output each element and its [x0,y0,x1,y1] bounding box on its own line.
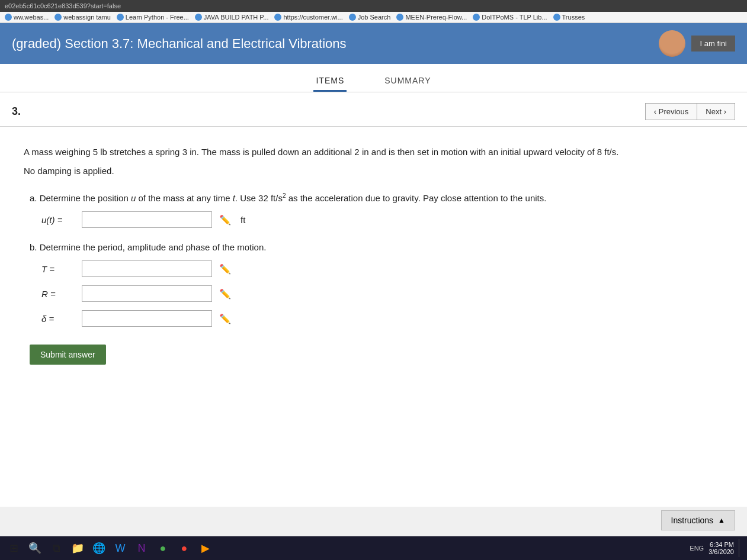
tab-items[interactable]: ITEMS [313,71,347,92]
delta-input-row: δ = ✏️ [41,310,723,327]
problem-line-2: No damping is applied. [24,163,723,179]
part-a: a. Determine the position u of the mass … [24,192,723,228]
bookmark-python[interactable]: Learn Python - Free... [117,14,189,21]
part-b: b. Determine the period, amplitude and p… [24,242,723,327]
bookmark-customer[interactable]: https://customer.wi... [274,14,342,21]
tabs-bar: ITEMS SUMMARY [0,64,747,92]
question-header: 3. ‹ Previous Next › [0,92,747,127]
part-a-input-row: u(t) = ✏️ ft [41,211,723,228]
T-answer-input[interactable] [82,260,212,277]
bookmark-label: https://customer.wi... [283,14,342,21]
tab-summary[interactable]: SUMMARY [382,71,433,92]
bookmark-webassign[interactable]: webassign tamu [54,14,111,21]
finish-button[interactable]: I am fini [691,36,735,52]
bookmark-icon-doitpoms [473,14,480,21]
bookmark-icon-customer [274,14,281,21]
header-right: I am fini [659,30,735,57]
bookmark-trusses[interactable]: Trusses [553,14,585,21]
next-button[interactable]: Next › [697,103,735,120]
bookmark-label: webassign tamu [63,14,111,21]
T-pencil-button[interactable]: ✏️ [217,262,233,276]
bookmark-job[interactable]: Job Search [349,14,391,21]
bookmark-label: Learn Python - Free... [126,14,189,21]
bookmark-icon-job [349,14,356,21]
nav-buttons: ‹ Previous Next › [645,103,735,120]
bookmark-doitpoms[interactable]: DoITPoMS - TLP Lib... [473,14,547,21]
problem-area: A mass weighing 5 lb stretches a spring … [0,127,747,382]
bookmark-label: DoITPoMS - TLP Lib... [482,14,547,21]
part-a-label: a. Determine the position u of the mass … [30,192,723,203]
bookmarks-bar: ww.webas... webassign tamu Learn Python … [0,12,747,23]
delta-label: δ = [41,314,77,324]
part-a-unit: ft [241,215,245,225]
bookmark-label: ww.webas... [14,14,49,21]
R-pencil-button[interactable]: ✏️ [217,287,233,301]
R-label: R = [41,289,77,299]
part-a-input-label: u(t) = [41,215,77,225]
previous-button[interactable]: ‹ Previous [645,103,697,120]
bookmark-icon-webas [5,14,12,21]
delta-pencil-button[interactable]: ✏️ [217,312,233,326]
bookmark-webas[interactable]: ww.webas... [5,14,49,21]
submit-button[interactable]: Submit answer [30,345,106,365]
problem-line-1: A mass weighing 5 lb stretches a spring … [24,144,723,160]
bookmark-icon-python [117,14,124,21]
bookmark-label: JAVA BUILD PATH P... [204,14,269,21]
url-display: e02eb5c61c0c621e833d539?start=false [5,2,121,9]
problem-statement: A mass weighing 5 lb stretches a spring … [24,144,723,178]
submit-area: Submit answer [24,345,723,365]
page-header: (graded) Section 3.7: Mechanical and Ele… [0,23,747,64]
T-input-row: T = ✏️ [41,260,723,277]
page-title: (graded) Section 3.7: Mechanical and Ele… [12,36,347,52]
delta-answer-input[interactable] [82,310,212,327]
avatar [659,30,685,57]
T-label: T = [41,264,77,274]
R-answer-input[interactable] [82,285,212,302]
bookmark-label: Job Search [358,14,391,21]
part-a-pencil-button[interactable]: ✏️ [217,213,233,227]
bookmark-icon-trusses [553,14,560,21]
main-content: 3. ‹ Previous Next › A mass weighing 5 l… [0,92,747,507]
R-input-row: R = ✏️ [41,285,723,302]
part-b-label: b. Determine the period, amplitude and p… [30,242,723,252]
bookmark-label: Trusses [562,14,585,21]
bookmark-icon-java [195,14,202,21]
bookmark-meen[interactable]: MEEN-Prereq-Flow... [396,14,467,21]
browser-address-bar: e02eb5c61c0c621e833d539?start=false [0,0,747,12]
bookmark-label: MEEN-Prereq-Flow... [405,14,467,21]
bookmark-icon-webassign [54,14,62,21]
question-number: 3. [12,105,21,118]
bookmark-icon-meen [396,14,403,21]
part-a-answer-input[interactable] [82,211,212,228]
bookmark-java[interactable]: JAVA BUILD PATH P... [195,14,269,21]
